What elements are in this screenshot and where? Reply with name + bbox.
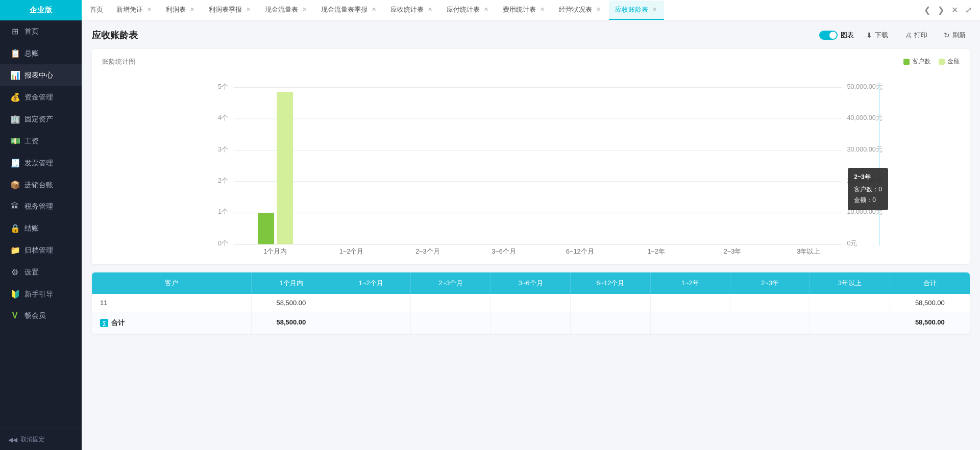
sales-icon: 📦 [10, 180, 19, 190]
tab-close-cashflow[interactable]: ✕ [301, 6, 308, 13]
sidebar-item-salary[interactable]: 💵 工资 [0, 130, 82, 152]
print-btn[interactable]: 🖨 打印 [900, 29, 932, 42]
sidebar-item-report[interactable]: 📊 报表中心 [0, 64, 82, 86]
sidebar-item-guide[interactable]: 🔰 新手引导 [0, 283, 82, 305]
chart-svg: 0个 1个 2个 3个 4个 5个 0元 10,000.00元 20,000.0… [102, 72, 960, 256]
sidebar-item-label: 畅会员 [24, 311, 46, 320]
tab-operation[interactable]: 经营状况表 ✕ [553, 1, 608, 20]
tab-expense[interactable]: 费用统计表 ✕ [497, 1, 552, 20]
toggle-track[interactable] [819, 31, 838, 40]
svg-text:50,000.00元: 50,000.00元 [847, 83, 882, 90]
svg-text:1个: 1个 [218, 208, 228, 215]
table-header: 客户 1个月内 1~2个月 2~3个月 3~6个月 6~12个月 1~2年 2~… [92, 272, 970, 294]
td-total-y12 [651, 312, 730, 334]
sidebar-item-close[interactable]: 🔒 结账 [0, 217, 82, 239]
funds-icon: 💰 [10, 92, 19, 102]
guide-icon: 🔰 [10, 289, 19, 299]
tab-close-voucher[interactable]: ✕ [146, 6, 153, 13]
pin-icon: ◀◀ [8, 436, 17, 443]
tab-profit-q[interactable]: 利润表季报 ✕ [203, 1, 258, 20]
tab-ar-aging[interactable]: 应收账龄表 ✕ [609, 1, 664, 20]
tab-cashflow[interactable]: 现金流量表 ✕ [259, 1, 314, 20]
tab-controls: ❮ ❯ ✕ ⤢ [918, 4, 978, 16]
tab-profit[interactable]: 利润表 ✕ [160, 1, 202, 20]
td-m36 [491, 294, 571, 312]
vip-icon: V [10, 311, 19, 320]
sidebar-item-archive[interactable]: 📁 归档管理 [0, 239, 82, 261]
sidebar-item-label: 新手引导 [24, 290, 53, 299]
svg-text:3~6个月: 3~6个月 [492, 248, 516, 255]
td-m23 [411, 294, 491, 312]
tab-close-cashflow-q[interactable]: ✕ [371, 6, 377, 13]
sidebar-item-settings[interactable]: ⚙ 设置 [0, 261, 82, 283]
td-total-label: ∑ 合计 [92, 312, 252, 334]
total-icon: ∑ [100, 319, 108, 327]
sidebar-item-label: 固定资产 [24, 115, 53, 124]
tab-close-ar-aging[interactable]: ✕ [651, 6, 658, 13]
td-total-y3plus [810, 312, 890, 334]
sidebar-item-funds[interactable]: 💰 资金管理 [0, 86, 82, 108]
td-total-m612 [571, 312, 650, 334]
sidebar-item-home[interactable]: ⊞ 首页 [0, 20, 82, 42]
toggle-label: 图表 [841, 31, 854, 40]
tab-expand-btn[interactable]: ⤢ [963, 4, 974, 16]
tab-close-expense[interactable]: ✕ [539, 6, 546, 13]
toggle-thumb [829, 32, 837, 39]
sidebar-item-label: 结账 [24, 224, 39, 233]
tab-cashflow-q[interactable]: 现金流量表季报 ✕ [315, 1, 383, 20]
svg-text:10,000.00元: 10,000.00元 [847, 208, 882, 215]
chart-toggle[interactable]: 图表 [819, 31, 854, 40]
total-label: ∑ 合计 [100, 318, 246, 328]
sidebar-item-label: 报表中心 [24, 71, 53, 80]
td-m12 [331, 294, 411, 312]
data-table: 客户 1个月内 1~2个月 2~3个月 3~6个月 6~12个月 1~2年 2~… [92, 272, 970, 334]
td-customer: 11 [92, 294, 252, 312]
svg-text:20,000.00元: 20,000.00元 [847, 177, 882, 184]
td-total: 58,500.00 [890, 294, 970, 312]
settings-icon: ⚙ [10, 267, 19, 277]
tab-close-profit-q[interactable]: ✕ [245, 6, 252, 13]
download-btn[interactable]: ⬇ 下载 [862, 29, 892, 42]
sidebar-item-assets[interactable]: 🏢 固定资产 [0, 108, 82, 130]
sidebar-item-label: 发票管理 [24, 159, 53, 168]
svg-text:0元: 0元 [847, 240, 857, 247]
tab-home[interactable]: 首页 [84, 1, 109, 20]
sidebar-item-label: 首页 [24, 27, 39, 36]
tab-close-operation[interactable]: ✕ [595, 6, 602, 13]
legend-customer-color [903, 59, 910, 65]
tab-close-ap-stat[interactable]: ✕ [483, 6, 489, 13]
sidebar-item-invoice[interactable]: 🧾 发票管理 [0, 152, 82, 174]
td-y12 [651, 294, 730, 312]
tab-bar: 首页 新增凭证 ✕ 利润表 ✕ 利润表季报 ✕ 现金流量表 ✕ 现金流量表季报 … [82, 0, 980, 20]
sidebar-item-label: 设置 [24, 268, 39, 277]
td-total-m36 [491, 312, 571, 334]
home-icon: ⊞ [10, 27, 19, 36]
svg-text:0个: 0个 [218, 240, 228, 247]
app-logo: 企业版 [0, 0, 82, 20]
tab-ar-stat[interactable]: 应收统计表 ✕ [384, 1, 439, 20]
sidebar-item-sales[interactable]: 📦 进销台账 [0, 174, 82, 196]
tab-close-profit[interactable]: ✕ [189, 6, 195, 13]
td-total-y23 [730, 312, 810, 334]
chart-wrapper: 0个 1个 2个 3个 4个 5个 0元 10,000.00元 20,000.0… [102, 72, 960, 256]
th-y23: 2~3年 [730, 272, 810, 294]
tab-close-ar-stat[interactable]: ✕ [427, 6, 433, 13]
sidebar-item-ledger[interactable]: 📋 总账 [0, 42, 82, 64]
svg-text:30,000.00元: 30,000.00元 [847, 146, 882, 153]
download-icon: ⬇ [866, 31, 872, 39]
legend-amount-label: 金额 [947, 57, 960, 66]
tab-prev-btn[interactable]: ❮ [922, 4, 933, 16]
tab-next-btn[interactable]: ❯ [936, 4, 946, 16]
tab-ap-stat[interactable]: 应付统计表 ✕ [440, 1, 496, 20]
refresh-btn[interactable]: ↻ 刷新 [940, 29, 970, 42]
ledger-icon: 📋 [10, 48, 19, 58]
sidebar-item-label: 进销台账 [24, 181, 53, 190]
main-content: 首页 新增凭证 ✕ 利润表 ✕ 利润表季报 ✕ 现金流量表 ✕ 现金流量表季报 … [82, 0, 980, 450]
sidebar-item-vip[interactable]: V 畅会员 [0, 305, 82, 327]
legend-customer-label: 客户数 [912, 57, 930, 66]
tab-voucher[interactable]: 新增凭证 ✕ [110, 1, 159, 20]
tab-close-all-btn[interactable]: ✕ [949, 4, 960, 16]
th-customer: 客户 [92, 272, 252, 294]
sidebar-footer-pin[interactable]: ◀◀ 取消固定 [0, 429, 82, 450]
sidebar-item-tax[interactable]: 🏛 税务管理 [0, 196, 82, 217]
